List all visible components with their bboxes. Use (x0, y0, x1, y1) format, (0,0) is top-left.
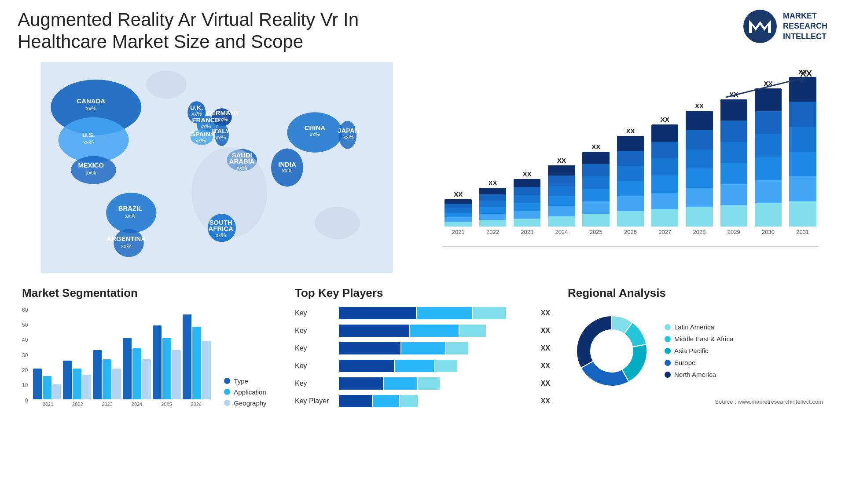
seg-group-2024 (123, 338, 151, 399)
growth-bar-2030: XX2030 (752, 80, 784, 235)
region-label: Asia Pacific (674, 347, 709, 354)
growth-bar-seg-2 (445, 208, 471, 213)
growth-bar-2027: XX2027 (649, 116, 681, 235)
world-map-svg: CANADA xx% U.S. xx% MEXICO xx% BRAZIL xx… (18, 62, 416, 273)
growth-bar-seg-3 (651, 175, 678, 193)
growth-bar-2029: XX2029 (718, 91, 749, 235)
svg-text:xx%: xx% (86, 105, 96, 111)
regional-title: Regional Analysis (568, 286, 823, 300)
growth-bar-year-label: 2026 (624, 229, 637, 235)
seg-y-axis: 6050403020100 (22, 307, 29, 404)
growth-bar-seg-0 (582, 152, 609, 164)
seg-bar-type (153, 325, 162, 399)
player-bar-light (435, 360, 457, 372)
player-value: XX (541, 397, 550, 405)
growth-bar-seg-5 (686, 207, 713, 226)
seg-bar-app (132, 348, 141, 399)
seg-x-labels: 202120222023202420252026 (33, 402, 211, 407)
growth-bar-seg-0 (548, 165, 575, 175)
donut-container: Latin AmericaMiddle East & AfricaAsia Pa… (568, 307, 823, 395)
growth-bar-seg-4 (445, 217, 471, 222)
legend-item-geography: Geography (224, 399, 266, 407)
growth-bar-2026: XX2026 (614, 127, 646, 235)
region-label: Latin America (674, 323, 714, 331)
growth-bar-stack (514, 179, 540, 226)
seg-group-2025 (153, 325, 181, 399)
growth-bar-year-label: 2022 (486, 229, 499, 235)
legend-label: Application (234, 388, 266, 396)
svg-text:xx%: xx% (343, 134, 354, 140)
player-value: XX (541, 362, 550, 370)
key-players-section: Top Key Players KeyXXKeyXXKeyXXKeyXXKeyX… (290, 282, 555, 412)
player-name: Key (295, 327, 334, 335)
seg-bar-type (93, 350, 102, 399)
growth-chart-section: XX XX2021XX2022XX2023XX2024XX2025XX2026X… (429, 62, 827, 273)
regional-legend: Latin AmericaMiddle East & AfricaAsia Pa… (665, 323, 733, 378)
growth-bar-seg-3 (548, 196, 575, 206)
growth-bar-seg-3 (582, 189, 609, 201)
growth-bar-seg-1 (582, 164, 609, 176)
growth-bar-seg-5 (789, 201, 816, 226)
svg-text:xx%: xx% (83, 139, 94, 146)
growth-bar-seg-2 (514, 195, 540, 203)
growth-bar-2023: XX2023 (511, 170, 543, 235)
seg-legend: TypeApplicationGeography (220, 377, 266, 407)
player-bar-container (339, 342, 533, 354)
seg-group-2022 (63, 361, 91, 399)
growth-bar-seg-2 (479, 201, 506, 207)
growth-bar-seg-4 (617, 196, 644, 211)
svg-text:xx%: xx% (217, 117, 228, 123)
growth-bar-top-label: XX (523, 170, 532, 178)
growth-bar-seg-1 (720, 121, 747, 142)
growth-bar-seg-1 (548, 175, 575, 186)
seg-group-2021 (33, 369, 61, 399)
growth-bars: XX2021XX2022XX2023XX2024XX2025XX2026XX20… (442, 80, 819, 247)
svg-text:xx%: xx% (125, 213, 136, 219)
svg-text:AFRICA: AFRICA (209, 225, 233, 232)
svg-text:ARABIA: ARABIA (229, 158, 255, 165)
seg-bar-app (162, 338, 171, 399)
segmentation-title: Market Segmentation (22, 286, 277, 300)
growth-bar-seg-3 (755, 157, 782, 180)
growth-bar-seg-0 (720, 99, 747, 121)
seg-bar-type (63, 361, 72, 399)
growth-bar-stack (617, 136, 644, 226)
region-label: Middle East & Africa (674, 335, 733, 343)
player-bar-light (400, 395, 418, 407)
legend-label: Geography (234, 399, 266, 407)
growth-bar-seg-4 (686, 188, 713, 207)
player-row: KeyXX (295, 325, 550, 337)
player-bar-light (446, 342, 468, 354)
seg-bar-app (43, 376, 51, 399)
region-item-latin-america: Latin America (665, 323, 733, 331)
seg-chart: 6050403020100 202120222023202420252026 T… (22, 307, 277, 407)
svg-point-0 (743, 10, 777, 43)
growth-bar-seg-3 (720, 163, 747, 184)
world-map-section: CANADA xx% U.S. xx% MEXICO xx% BRAZIL xx… (18, 62, 416, 273)
player-bar-container (339, 377, 533, 390)
segmentation-section: Market Segmentation 6050403020100 202120… (18, 282, 282, 412)
growth-bar-seg-4 (789, 176, 816, 201)
seg-bar-type (33, 369, 42, 399)
player-bar-dark (339, 325, 409, 337)
player-value: XX (541, 344, 550, 352)
growth-bar-seg-3 (789, 152, 816, 177)
svg-text:xx%: xx% (216, 232, 226, 238)
growth-bar-seg-5 (755, 203, 782, 226)
growth-bar-seg-2 (686, 150, 713, 169)
growth-bar-top-label: XX (454, 190, 463, 198)
player-bar-mid (384, 377, 417, 390)
svg-text:U.K.: U.K. (190, 104, 203, 111)
svg-text:SPAIN: SPAIN (191, 131, 210, 138)
region-label: North America (674, 371, 716, 378)
seg-bar-geo (202, 341, 211, 399)
growth-bar-seg-4 (479, 214, 506, 220)
seg-bar-geo (172, 350, 181, 399)
growth-bar-stack (548, 165, 575, 226)
regional-section: Regional Analysis Latin AmericaMiddle Ea… (563, 282, 827, 412)
region-dot (665, 324, 671, 330)
legend-dot (224, 378, 230, 384)
svg-text:xx%: xx% (282, 168, 293, 174)
svg-text:xx%: xx% (309, 131, 320, 138)
player-name: Key (295, 344, 334, 352)
